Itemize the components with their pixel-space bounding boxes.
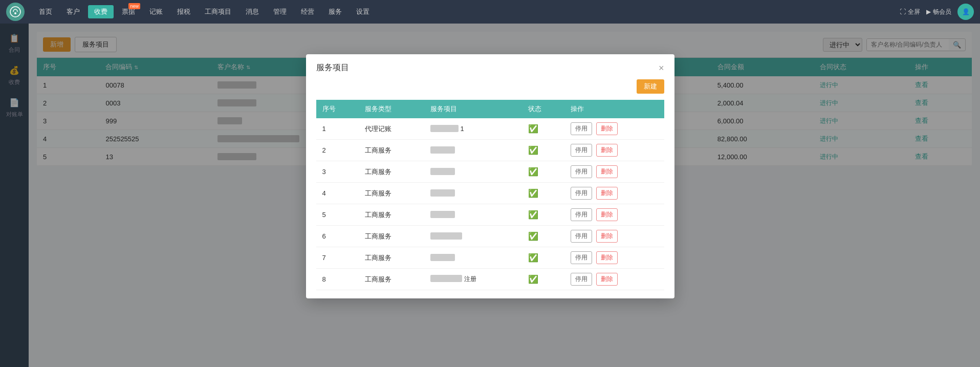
- stop-button[interactable]: 停用: [571, 187, 592, 200]
- stop-button[interactable]: 停用: [571, 230, 592, 243]
- nav-message[interactable]: 消息: [239, 5, 265, 18]
- stop-button[interactable]: 停用: [571, 122, 592, 135]
- delete-button[interactable]: 删除: [596, 187, 618, 200]
- service-cell-type: 工商服务: [359, 183, 424, 204]
- service-item-blurred: [430, 254, 455, 261]
- service-cell-type: 工商服务: [359, 247, 424, 269]
- service-header-row: 序号 服务类型 服务项目 状态 操作: [316, 100, 664, 118]
- new-badge: new: [128, 3, 140, 9]
- service-cell-index: 7: [316, 247, 359, 269]
- service-row: 8 工商服务 注册 ✅ 停用 删除: [316, 269, 664, 290]
- nav-service[interactable]: 服务: [322, 5, 348, 18]
- service-col-action: 操作: [564, 100, 664, 118]
- status-check-icon: ✅: [528, 232, 538, 241]
- nav-home[interactable]: 首页: [33, 5, 58, 18]
- delete-button[interactable]: 删除: [596, 165, 618, 178]
- app-logo: [6, 3, 25, 21]
- nav-invoice[interactable]: 票据 new: [116, 5, 141, 18]
- service-cell-action: 停用 删除: [564, 118, 664, 140]
- nav-client[interactable]: 客户: [60, 5, 86, 18]
- nav-fee[interactable]: 收费: [88, 5, 114, 18]
- status-check-icon: ✅: [528, 189, 538, 198]
- service-col-status: 状态: [522, 100, 565, 118]
- service-cell-status: ✅: [522, 140, 565, 161]
- service-cell-status: ✅: [522, 269, 565, 290]
- stop-button[interactable]: 停用: [571, 273, 592, 286]
- service-cell-status: ✅: [522, 183, 565, 204]
- modal-overlay[interactable]: 服务项目 × 新建 序号 服务类型 服务项目 状态 操作 1 代理记账: [0, 24, 980, 367]
- nav-items: 首页 客户 收费 票据 new 记账 报税 工商项目 消息 管理 经营 服务 设…: [33, 5, 900, 18]
- modal-header: 服务项目 ×: [306, 54, 674, 77]
- service-cell-type: 代理记账: [359, 118, 424, 140]
- service-item-blurred: [430, 275, 462, 282]
- avatar[interactable]: 👤: [957, 4, 974, 20]
- service-cell-item: [424, 247, 522, 269]
- fullscreen-button[interactable]: ⛶ 全屏: [900, 8, 920, 16]
- member-button[interactable]: ▶ 畅会员: [926, 8, 951, 16]
- nav-bizproject[interactable]: 工商项目: [199, 5, 237, 18]
- service-row: 7 工商服务 ✅ 停用 删除: [316, 247, 664, 269]
- modal-title: 服务项目: [316, 62, 349, 73]
- service-cell-type: 工商服务: [359, 161, 424, 183]
- service-cell-index: 8: [316, 269, 359, 290]
- service-cell-item: [424, 204, 522, 226]
- modal-new-button[interactable]: 新建: [637, 79, 664, 94]
- service-col-index: 序号: [316, 100, 359, 118]
- svg-point-0: [10, 7, 20, 17]
- modal-close-button[interactable]: ×: [659, 63, 664, 73]
- service-cell-status: ✅: [522, 204, 565, 226]
- play-icon: ▶: [926, 8, 931, 15]
- service-cell-item: [424, 161, 522, 183]
- modal-body: 序号 服务类型 服务项目 状态 操作 1 代理记账 1 ✅ 停用 删除: [306, 100, 674, 298]
- service-cell-action: 停用 删除: [564, 140, 664, 161]
- delete-button[interactable]: 删除: [596, 251, 618, 264]
- delete-button[interactable]: 删除: [596, 273, 618, 286]
- service-cell-action: 停用 删除: [564, 183, 664, 204]
- service-cell-action: 停用 删除: [564, 226, 664, 247]
- modal-toolbar: 新建: [306, 77, 674, 100]
- service-cell-index: 1: [316, 118, 359, 140]
- service-item-blurred: [430, 189, 455, 197]
- service-table: 序号 服务类型 服务项目 状态 操作 1 代理记账 1 ✅ 停用 删除: [316, 100, 664, 290]
- top-navigation: 首页 客户 收费 票据 new 记账 报税 工商项目 消息 管理 经营 服务 设…: [0, 0, 980, 24]
- service-cell-type: 工商服务: [359, 269, 424, 290]
- status-check-icon: ✅: [528, 124, 538, 133]
- service-cell-index: 5: [316, 204, 359, 226]
- stop-button[interactable]: 停用: [571, 144, 592, 157]
- nav-manage[interactable]: 管理: [267, 5, 293, 18]
- service-item-blurred: [430, 168, 455, 175]
- status-check-icon: ✅: [528, 275, 538, 284]
- svg-point-1: [14, 12, 16, 14]
- service-row: 6 工商服务 ✅ 停用 删除: [316, 226, 664, 247]
- service-cell-index: 2: [316, 140, 359, 161]
- nav-right: ⛶ 全屏 ▶ 畅会员 👤: [900, 4, 974, 20]
- service-cell-item: [424, 183, 522, 204]
- stop-button[interactable]: 停用: [571, 165, 592, 178]
- stop-button[interactable]: 停用: [571, 208, 592, 221]
- stop-button[interactable]: 停用: [571, 251, 592, 264]
- delete-button[interactable]: 删除: [596, 230, 618, 243]
- service-cell-status: ✅: [522, 247, 565, 269]
- nav-bookkeeping[interactable]: 记账: [143, 5, 169, 18]
- fullscreen-icon: ⛶: [900, 8, 906, 15]
- service-modal: 服务项目 × 新建 序号 服务类型 服务项目 状态 操作 1 代理记账: [306, 54, 674, 298]
- delete-button[interactable]: 删除: [596, 208, 618, 221]
- service-cell-item: 1: [424, 118, 522, 140]
- service-col-type: 服务类型: [359, 100, 424, 118]
- service-cell-action: 停用 删除: [564, 247, 664, 269]
- delete-button[interactable]: 删除: [596, 122, 618, 135]
- status-check-icon: ✅: [528, 146, 538, 155]
- nav-tax[interactable]: 报税: [171, 5, 197, 18]
- nav-business[interactable]: 经营: [295, 5, 320, 18]
- service-cell-item: [424, 226, 522, 247]
- service-col-item: 服务项目: [424, 100, 522, 118]
- service-cell-item: 注册: [424, 269, 522, 290]
- service-cell-status: ✅: [522, 161, 565, 183]
- nav-settings[interactable]: 设置: [350, 5, 376, 18]
- service-cell-type: 工商服务: [359, 140, 424, 161]
- service-row: 4 工商服务 ✅ 停用 删除: [316, 183, 664, 204]
- service-cell-type: 工商服务: [359, 226, 424, 247]
- delete-button[interactable]: 删除: [596, 144, 618, 157]
- service-cell-index: 4: [316, 183, 359, 204]
- status-check-icon: ✅: [528, 210, 538, 219]
